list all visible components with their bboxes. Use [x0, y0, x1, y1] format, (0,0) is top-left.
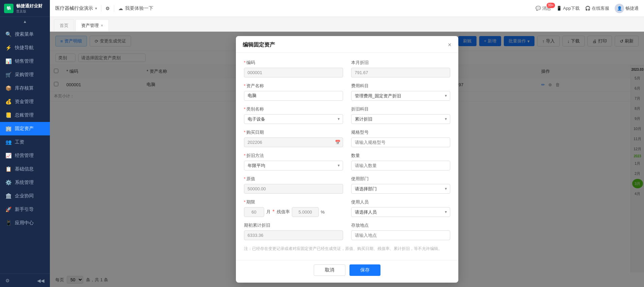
app-subtitle: 普及版 — [16, 9, 42, 14]
sidebar-item-sales[interactable]: 📊 销售管理 — [0, 55, 50, 68]
dep-method-select-wrap: 年限平均 — [244, 161, 343, 170]
code-label: * 编码 — [244, 60, 343, 66]
basics-icon: 📋 — [5, 166, 11, 172]
form-row-5: * 折旧方法 年限平均 数量 — [244, 153, 450, 170]
online-service-btn[interactable]: 🎧 在线客服 — [585, 5, 609, 11]
monthly-dep-label: 本月折旧 — [351, 60, 450, 66]
search-icon: 🔍 — [5, 31, 11, 37]
experience-btn[interactable]: ☁ 我要体验一下 — [118, 5, 153, 11]
period-label: * 期限 — [244, 199, 343, 205]
modal-close-btn[interactable]: × — [448, 41, 452, 49]
sidebar-item-system[interactable]: ⚙️ 系统管理 — [0, 176, 50, 189]
dep-method-select[interactable]: 年限平均 — [244, 161, 343, 170]
message-btn[interactable]: 💬 消息 99+ — [535, 5, 551, 11]
code-input[interactable] — [244, 68, 343, 77]
sidebar-item-ledger[interactable]: 📒 总账管理 — [0, 108, 50, 122]
sidebar-item-app-center[interactable]: 📱 应用中心 — [0, 216, 50, 230]
form-col-dep-method: * 折旧方法 年限平均 — [244, 153, 343, 170]
demo-name: 医疗器械行业演示 — [55, 5, 93, 11]
app-download-btn[interactable]: 📱 App下载 — [556, 5, 580, 11]
sidebar-item-finance[interactable]: 💰 资金管理 — [0, 95, 50, 108]
sidebar-item-operations[interactable]: 📈 经营管理 — [0, 149, 50, 162]
sidebar-item-finance-label: 资金管理 — [15, 99, 34, 105]
cancel-button[interactable]: 取消 — [314, 264, 345, 276]
operations-icon: 📈 — [5, 153, 11, 159]
save-button[interactable]: 保存 — [349, 264, 380, 276]
app-logo: 畅 — [4, 4, 13, 13]
sidebar-item-inventory[interactable]: 📦 库存核算 — [0, 82, 50, 95]
category-select[interactable]: 电子设备 — [244, 114, 343, 124]
form-row-3: * 类别名称 电子设备 折旧科目 — [244, 106, 450, 124]
form-col-period-residual: * 期限 月 * 残值率 % — [244, 199, 343, 217]
tabbar: 首页 资产管理 × — [50, 17, 644, 32]
topbar-divider-2 — [114, 5, 114, 12]
sidebar: 畅 畅捷通好业财 普及版 ▲ 🔍 搜索菜单 ⚡ 快捷导航 📊 销售管理 🛒 采购… — [0, 0, 50, 287]
topbar-divider-1 — [101, 5, 101, 12]
form-row-7: * 期限 月 * 残值率 % — [244, 199, 450, 217]
location-input[interactable] — [351, 230, 450, 240]
sidebar-scroll-up[interactable]: ▲ — [0, 17, 50, 26]
original-value-input[interactable] — [244, 184, 343, 194]
sidebar-header: 畅 畅捷通好业财 普及版 — [0, 0, 50, 17]
sidebar-item-ledger-label: 总账管理 — [15, 112, 34, 118]
sidebar-item-quicknav[interactable]: ⚡ 快捷导航 — [0, 41, 50, 55]
original-value-label: * 原值 — [244, 176, 343, 182]
tab-asset-label: 资产管理 — [81, 23, 99, 29]
sidebar-item-search[interactable]: 🔍 搜索菜单 — [0, 28, 50, 41]
payroll-icon: 👥 — [5, 139, 11, 145]
topbar: 医疗器械行业演示 ▾ ⚙ ☁ 我要体验一下 💬 消息 99+ 📱 App下载 🎧… — [50, 0, 644, 17]
form-col-name: * 资产名称 — [244, 83, 343, 101]
settings-icon[interactable]: ⚙ — [5, 278, 10, 283]
department-select-wrap: 请选择部门 — [351, 184, 450, 194]
tab-close-icon[interactable]: × — [101, 23, 103, 28]
residual-rate-input[interactable] — [292, 207, 319, 217]
sidebar-item-search-label: 搜索菜单 — [15, 31, 34, 37]
expense-subject-select[interactable]: 管理费用_固定资产折旧 — [351, 91, 450, 101]
sidebar-item-basics[interactable]: 📋 基础信息 — [0, 162, 50, 176]
form-col-quantity: 数量 — [351, 153, 450, 170]
sidebar-item-guide[interactable]: 🚀 新手引导 — [0, 203, 50, 216]
main-area: 医疗器械行业演示 ▾ ⚙ ☁ 我要体验一下 💬 消息 99+ 📱 App下载 🎧… — [50, 0, 644, 287]
quantity-input[interactable] — [351, 161, 450, 170]
expense-subject-select-wrap: 管理费用_固定资产折旧 — [351, 91, 450, 101]
sidebar-item-fixed-assets[interactable]: 🏢 固定资产 — [0, 122, 50, 135]
user-select[interactable]: 请选择人员 — [351, 207, 450, 217]
monthly-dep-input — [351, 68, 450, 77]
form-col-original-value: * 原值 — [244, 176, 343, 194]
quicknav-icon: ⚡ — [5, 45, 11, 51]
period-unit: 月 — [266, 209, 271, 215]
form-col-location: 存放地点 — [351, 222, 450, 240]
collapse-icon[interactable]: ◀◀ — [37, 278, 44, 283]
spec-model-input[interactable] — [351, 137, 450, 147]
period-input[interactable] — [244, 207, 264, 217]
form-row-6: * 原值 使用部门 请选择部门 — [244, 176, 450, 194]
dep-subject-label: 折旧科目 — [351, 106, 450, 112]
tab-home[interactable]: 首页 — [54, 19, 74, 31]
demo-selector[interactable]: 医疗器械行业演示 ▾ — [55, 5, 97, 11]
initial-dep-input — [244, 230, 343, 240]
sidebar-item-enterprise-label: 企业协同 — [15, 193, 34, 199]
sidebar-item-purchase[interactable]: 🛒 采购管理 — [0, 68, 50, 82]
purchase-date-input[interactable] — [244, 137, 343, 147]
sidebar-item-payroll[interactable]: 👥 工资 — [0, 135, 50, 149]
department-select[interactable]: 请选择部门 — [351, 184, 450, 194]
form-row-4: * 购买日期 规格型号 — [244, 129, 450, 147]
user-profile[interactable]: 👤 畅捷通 — [615, 4, 639, 13]
fixed-assets-icon: 🏢 — [5, 126, 11, 132]
user-avatar: 👤 — [615, 4, 624, 13]
message-icon: 💬 — [535, 6, 541, 11]
sidebar-item-inventory-label: 库存核算 — [15, 85, 34, 91]
download-icon: 📱 — [556, 6, 562, 11]
message-badge: 99+ — [547, 3, 555, 8]
app-center-icon: 📱 — [5, 220, 11, 226]
asset-name-input[interactable] — [244, 91, 343, 101]
form-col-dep-subject: 折旧科目 累计折旧 — [351, 106, 450, 124]
topbar-right: 💬 消息 99+ 📱 App下载 🎧 在线客服 👤 畅捷通 — [535, 4, 639, 13]
dep-subject-select[interactable]: 累计折旧 — [351, 114, 450, 124]
settings-btn[interactable]: ⚙ — [105, 6, 110, 11]
sidebar-item-enterprise[interactable]: 🏛️ 企业协同 — [0, 189, 50, 203]
tab-asset-management[interactable]: 资产管理 × — [75, 19, 109, 31]
sidebar-item-sales-label: 销售管理 — [15, 58, 34, 64]
sidebar-item-purchase-label: 采购管理 — [15, 72, 34, 78]
sales-icon: 📊 — [5, 58, 11, 64]
